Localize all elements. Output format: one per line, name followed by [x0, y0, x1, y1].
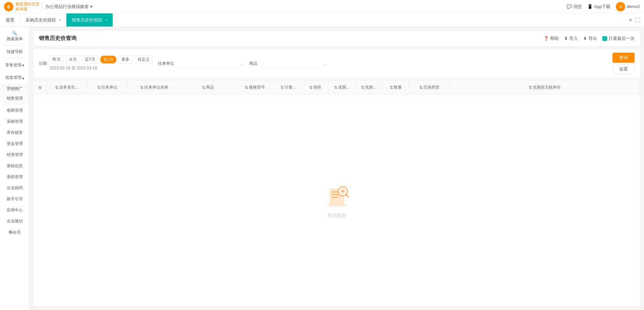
- export-icon: ⬇: [583, 36, 587, 41]
- sidebar-item-cooperation[interactable]: 企业协同: [0, 183, 29, 194]
- sort-icon-price: ⇅: [309, 85, 313, 90]
- th-unit-measure[interactable]: ⇅ 计量...: [275, 81, 302, 94]
- sidebar-divider-1: [3, 45, 26, 46]
- th-settings[interactable]: ⚙: [34, 81, 47, 94]
- th-date[interactable]: ⇅ 业务发生...: [47, 81, 87, 94]
- top-bar-left: 6 畅捷通好生意 标准版 办公用品行业模拟账套 ▾: [4, 2, 95, 11]
- unit-filter-group: 往来单位 ...: [158, 60, 244, 67]
- th-notax[interactable]: ⇅ 优惠前无税单价: [449, 81, 640, 94]
- tabs-bar: 首页 采购历史价跟踪 × 销售历史价跟踪 × ✕ ⛶: [0, 13, 644, 27]
- th-trade[interactable]: ⇅ 交易类型: [409, 81, 449, 94]
- sidebar-divider-3: [3, 104, 26, 104]
- sidebar-item-apps[interactable]: 应用中心: [0, 205, 29, 216]
- date-btn-group: 昨天 今天 近7天 近1月 更多 自定义: [50, 56, 153, 63]
- avatar: d: [616, 2, 625, 11]
- sidebar-item-quicknav[interactable]: 快捷导航: [0, 46, 29, 57]
- sort-icon-goods: ⇅: [202, 85, 205, 90]
- svg-line-8: [346, 194, 348, 197]
- table-header: ⚙ ⇅ 业务发生... ⇅ 往来单位 ⇅ 往来单位名称 ⇅ 商品: [34, 81, 640, 94]
- sidebar-item-operations[interactable]: 经营管理: [0, 149, 29, 160]
- sort-icon-date: ⇅: [55, 85, 58, 90]
- close-sales-tab[interactable]: ×: [105, 18, 107, 22]
- sidebar-item-purchase[interactable]: 采购管理: [0, 116, 29, 127]
- sort-icon-unit-code: ⇅: [97, 85, 101, 90]
- last-only-checkbox-label[interactable]: ✓ 只看最后一次: [602, 36, 635, 42]
- app-selector[interactable]: 办公用品行业模拟账套 ▾: [42, 2, 95, 11]
- date-1month-btn[interactable]: 近1月: [100, 56, 117, 63]
- sidebar-item-search[interactable]: 🔍 搜索菜单: [0, 28, 29, 45]
- query-button[interactable]: 查询: [612, 53, 635, 63]
- th-qty[interactable]: ⇅ 数量: [382, 81, 409, 94]
- maximize-window-icon[interactable]: ⛶: [635, 17, 640, 23]
- date-filter-label: 日期: [39, 61, 47, 66]
- import-button[interactable]: ⬆ 导入: [564, 36, 578, 42]
- sidebar: 🔍 搜索菜单 快捷导航 零售管理 ▾ 批发管理 ▴ 营销推广 销售管理 电商管理…: [0, 27, 30, 310]
- message-icon: 💬: [567, 4, 572, 9]
- sort-icon-qty: ⇅: [390, 85, 393, 90]
- sidebar-item-basic[interactable]: 基础信息: [0, 160, 29, 171]
- sidebar-item-inventory[interactable]: 库存核算: [0, 127, 29, 138]
- unit-filter-label: 往来单位: [158, 61, 174, 66]
- th-discount1[interactable]: ⇅ 优惠...: [329, 81, 356, 94]
- chevron-down-icon: ▾: [90, 4, 93, 9]
- download-icon: 📱: [587, 4, 593, 9]
- close-window-icon[interactable]: ✕: [629, 17, 633, 23]
- date-7days-btn[interactable]: 近7天: [82, 56, 98, 63]
- search-icon: 🔍: [12, 31, 17, 36]
- logo-area: 6 畅捷通好生意 标准版: [4, 2, 40, 11]
- filter-btn-group: 查询 设置: [612, 53, 635, 74]
- help-button[interactable]: ❓ 帮助: [543, 36, 559, 42]
- sidebar-item-wechat[interactable]: 企业微信: [0, 216, 29, 227]
- tabs-right: ✕ ⛶: [625, 13, 644, 27]
- date-more-btn[interactable]: 更多: [118, 56, 132, 63]
- sidebar-item-finance[interactable]: 资金管理: [0, 138, 29, 149]
- goods-filter-input[interactable]: [260, 60, 320, 67]
- content-area: 销售历史价查询 ❓ 帮助 ⬆ 导入 ⬇ 导出 ✓ 只看最后一次: [30, 27, 644, 310]
- date-filters: 昨天 今天 近7天 近1月 更多 自定义 2023-02-18 至 2023-0…: [50, 56, 153, 71]
- sidebar-sub-marketing[interactable]: 营销推广: [0, 84, 29, 94]
- page-header-actions: ❓ 帮助 ⬆ 导入 ⬇ 导出 ✓ 只看最后一次: [543, 36, 635, 42]
- messages-button[interactable]: 💬 消息: [567, 4, 582, 10]
- unit-filter-dots[interactable]: ...: [240, 61, 244, 66]
- sidebar-item-ecommerce[interactable]: 电商管理: [0, 105, 29, 116]
- tab-sales-history[interactable]: 销售历史价跟踪 ×: [66, 13, 113, 27]
- tab-purchase-history[interactable]: 采购历史价跟踪 ×: [20, 13, 66, 27]
- top-bar: 6 畅捷通好生意 标准版 办公用品行业模拟账套 ▾ 💬 消息 📱 App下载 d…: [0, 0, 644, 13]
- sidebar-item-system[interactable]: 系统管理: [0, 171, 29, 183]
- chevron-up-icon-wholesale: ▴: [22, 75, 24, 80]
- th-goods[interactable]: ⇅ 商品: [181, 81, 235, 94]
- empty-icon: [323, 182, 350, 209]
- th-price[interactable]: ⇅ 报价: [302, 81, 329, 94]
- sidebar-item-retail[interactable]: 零售管理 ▾: [0, 59, 29, 71]
- unit-filter-input[interactable]: [177, 60, 237, 67]
- th-discount2[interactable]: ⇅ 优惠...: [356, 81, 382, 94]
- goods-filter-label: 商品: [249, 61, 257, 66]
- app-download-button[interactable]: 📱 App下载: [587, 4, 610, 10]
- logo-icon: 6: [4, 2, 13, 11]
- sort-icon-unit-name: ⇅: [140, 85, 144, 90]
- svg-rect-4: [331, 197, 338, 198]
- date-custom-btn[interactable]: 自定义: [135, 56, 153, 63]
- th-unit-name[interactable]: ⇅ 往来单位名称: [127, 81, 181, 94]
- th-spec[interactable]: ⇅ 规格型号: [235, 81, 275, 94]
- date-yesterday-btn[interactable]: 昨天: [50, 56, 64, 63]
- tab-home[interactable]: 首页: [0, 13, 20, 27]
- main-layout: 🔍 搜索菜单 快捷导航 零售管理 ▾ 批发管理 ▴ 营销推广 销售管理 电商管理…: [0, 27, 644, 310]
- sort-icon-notax: ⇅: [529, 85, 532, 90]
- date-today-btn[interactable]: 今天: [66, 56, 80, 63]
- user-menu[interactable]: d demo2: [616, 2, 640, 11]
- th-unit-code[interactable]: ⇅ 往来单位: [87, 81, 127, 94]
- sidebar-sub-sales[interactable]: 销售管理: [0, 94, 29, 103]
- empty-state: 暂无数据: [34, 94, 640, 306]
- sidebar-item-member[interactable]: 畅会员: [0, 227, 29, 238]
- settings-button[interactable]: 设置: [612, 64, 635, 74]
- last-only-checkbox[interactable]: ✓: [602, 36, 607, 41]
- export-button[interactable]: ⬇ 导出: [583, 36, 597, 42]
- sidebar-item-wholesale[interactable]: 批发管理 ▴: [0, 71, 29, 84]
- goods-filter-dots[interactable]: ...: [323, 61, 327, 66]
- sort-icon-discount2: ⇅: [361, 85, 364, 90]
- close-purchase-tab[interactable]: ×: [59, 18, 61, 22]
- sort-icon-trade: ⇅: [419, 85, 423, 90]
- sidebar-item-newbie[interactable]: 新手引导: [0, 194, 29, 205]
- chevron-down-icon-retail: ▾: [22, 63, 24, 68]
